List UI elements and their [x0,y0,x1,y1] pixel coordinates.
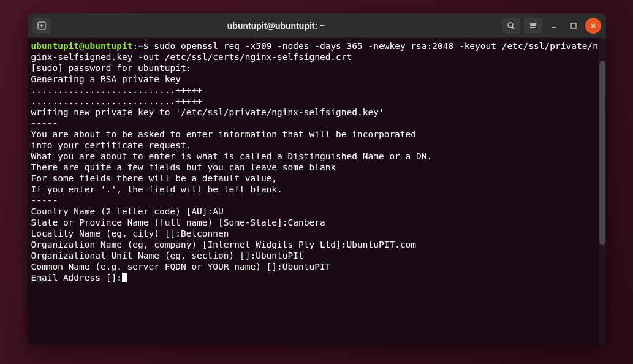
prompt-path: ~ [138,41,143,51]
titlebar: ubuntupit@ubuntupit: ~ [28,13,606,38]
titlebar-left-controls [32,18,51,34]
scrollbar[interactable] [599,38,606,344]
menu-button[interactable] [524,18,542,34]
prompt-separator: : [132,41,138,51]
maximize-button[interactable] [566,18,582,34]
new-tab-icon [37,21,46,30]
prompt-symbol: $ [143,41,149,51]
close-icon [590,23,596,29]
maximize-icon [570,23,577,29]
svg-line-4 [512,27,514,29]
prompt-user-host: ubuntupit@ubuntupit [31,41,133,51]
new-tab-button[interactable] [32,18,51,34]
terminal-output: [sudo] password for ubuntupit: Generatin… [31,63,433,282]
window-title: ubuntupit@ubuntupit: ~ [56,21,497,31]
titlebar-right-controls [502,18,601,34]
svg-rect-9 [571,23,576,28]
minimize-button[interactable] [546,18,562,34]
cursor [122,273,127,282]
minimize-icon [551,23,557,29]
scrollbar-thumb[interactable] [599,61,605,245]
hamburger-icon [529,21,537,30]
terminal-body[interactable]: ubuntupit@ubuntupit:~$ sudo openssl req … [28,38,606,344]
search-icon [507,21,515,30]
svg-point-3 [508,23,513,28]
terminal-window: ubuntupit@ubuntupit: ~ [28,13,606,344]
search-button[interactable] [502,18,520,34]
close-button[interactable] [585,18,601,34]
